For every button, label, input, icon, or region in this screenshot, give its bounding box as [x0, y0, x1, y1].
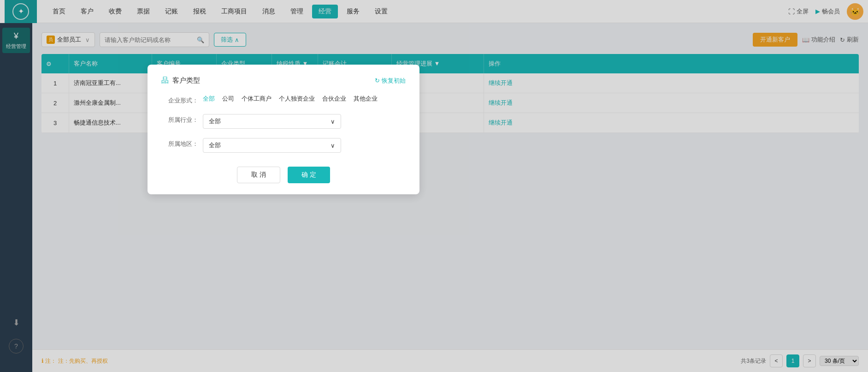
industry-label: 所属行业：: [161, 114, 198, 124]
region-select-value: 全部: [209, 141, 221, 150]
region-form-row: 所属地区： 全部 ∨: [161, 138, 406, 153]
enterprise-form-label: 企业形式：: [161, 95, 198, 105]
industry-value: 全部 ∨: [203, 114, 406, 129]
confirm-button[interactable]: 确 定: [288, 167, 330, 183]
dialog-title-text: 客户类型: [172, 76, 200, 85]
enterprise-form-row: 企业形式： 全部 公司 个体工商户 个人独资企业 合伙企业 其他企业: [161, 95, 406, 105]
radio-all[interactable]: 全部: [203, 95, 215, 103]
dialog-title: 品 客户类型: [161, 76, 200, 85]
region-label: 所属地区：: [161, 138, 198, 148]
radio-other[interactable]: 其他企业: [354, 95, 378, 103]
chevron-down-icon: ∨: [331, 142, 335, 149]
customer-type-icon: 品: [161, 76, 169, 85]
reset-button[interactable]: ↻ 恢复初始: [375, 77, 406, 85]
reset-icon: ↻: [375, 77, 380, 84]
industry-select[interactable]: 全部 ∨: [203, 114, 341, 129]
radio-individual[interactable]: 个体工商户: [242, 95, 272, 103]
enterprise-radio-group: 全部 公司 个体工商户 个人独资企业 合伙企业 其他企业: [203, 95, 406, 103]
reset-label: 恢复初始: [382, 77, 406, 85]
region-value: 全部 ∨: [203, 138, 406, 153]
dialog-header: 品 客户类型 ↻ 恢复初始: [161, 76, 406, 85]
region-select[interactable]: 全部 ∨: [203, 138, 341, 153]
radio-sole[interactable]: 个人独资企业: [279, 95, 315, 103]
enterprise-form-value: 全部 公司 个体工商户 个人独资企业 合伙企业 其他企业: [203, 95, 406, 103]
industry-select-value: 全部: [209, 117, 221, 126]
industry-form-row: 所属行业： 全部 ∨: [161, 114, 406, 129]
radio-company[interactable]: 公司: [222, 95, 234, 103]
cancel-button[interactable]: 取 消: [237, 167, 280, 183]
chevron-down-icon: ∨: [331, 118, 335, 125]
dialog-overlay[interactable]: [0, 0, 868, 372]
dialog-footer: 取 消 确 定: [161, 167, 406, 183]
filter-dialog: 品 客户类型 ↻ 恢复初始 企业形式： 全部 公司 个体工商户 个人独资企业 合…: [148, 65, 419, 194]
radio-partnership[interactable]: 合伙企业: [322, 95, 346, 103]
